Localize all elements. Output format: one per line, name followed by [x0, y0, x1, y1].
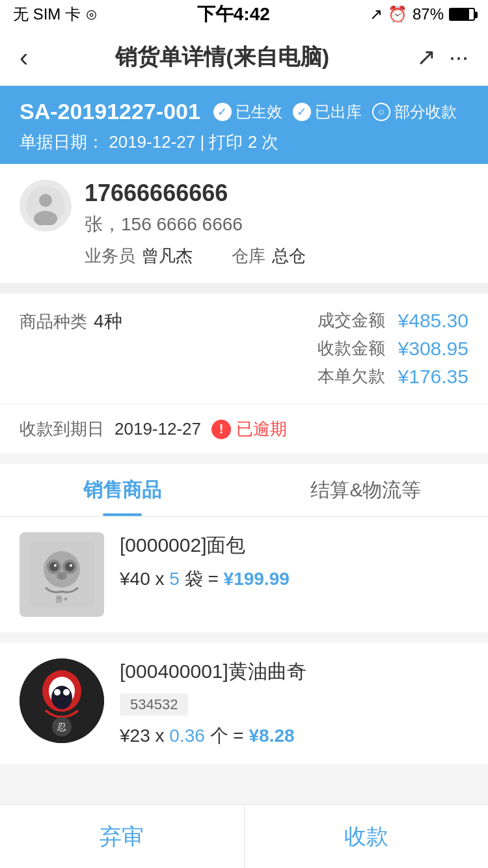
customer-info: 17666666666 张，156 6666 6666 业务员 曾凡杰 仓库 总… — [85, 180, 468, 267]
owl-icon: 兽+ — [29, 542, 94, 607]
confirm-payment-button[interactable]: 收款 — [245, 805, 489, 868]
status-badges: ✓ 已生效 ✓ 已出库 ○ 部分收款 — [213, 102, 457, 122]
price-base-1: ¥40 — [120, 569, 150, 589]
qty-1: 5 — [169, 569, 180, 589]
debt-value: ¥176.35 — [398, 366, 468, 388]
cancel-button[interactable]: 弃审 — [0, 805, 245, 868]
customer-name: 17666666666 — [85, 180, 468, 207]
status-time: 下午4:42 — [197, 2, 270, 27]
print-info: | 打印 2 次 — [200, 132, 278, 152]
deal-amount-value: ¥485.30 — [398, 310, 468, 332]
price-base-2: ¥23 — [120, 726, 150, 746]
price-equals-2: = — [233, 726, 249, 746]
svg-text:忍: 忍 — [57, 722, 66, 732]
share-icon[interactable]: ↗︎ — [416, 44, 436, 71]
badge-shipped: ✓ 已出库 — [293, 102, 362, 122]
salesperson-label: 业务员 — [85, 245, 135, 267]
bottom-bar: 弃审 收款 — [0, 804, 488, 868]
nav-bar: ‹ 销货单详情(来自电脑) ↗︎ ··· — [0, 29, 488, 86]
svg-point-8 — [65, 562, 74, 571]
warehouse-label: 仓库 — [232, 245, 265, 267]
customer-phone: 张，156 6666 6666 — [85, 212, 468, 237]
received-amount-row: 收款金额 ¥308.95 — [318, 337, 468, 360]
deal-amount-row: 成交金额 ¥485.30 — [318, 309, 468, 332]
product-info-2: [000400001]黄油曲奇 534532 ¥23 x 0.36 个 = ¥8… — [120, 658, 468, 748]
price-multiply-2: x — [156, 726, 170, 746]
back-button[interactable]: ‹ — [20, 44, 28, 70]
svg-point-9 — [54, 564, 57, 567]
svg-point-11 — [57, 572, 67, 580]
received-amount-label: 收款金额 — [318, 337, 385, 360]
sim-text: 无 SIM 卡 ⊙ — [13, 4, 98, 25]
total-1: ¥199.99 — [224, 569, 290, 589]
order-id: SA-20191227-001 — [20, 99, 200, 124]
page-title: 销货单详情(来自电脑) — [115, 42, 329, 72]
battery-text: 87% — [413, 5, 444, 23]
product-kind: 商品种类 4种 — [20, 309, 122, 334]
svg-point-10 — [70, 564, 72, 567]
customer-section: 17666666666 张，156 6666 6666 业务员 曾凡杰 仓库 总… — [0, 164, 488, 283]
check-icon-1: ✓ — [213, 103, 232, 121]
product-name-2: [000400001]黄油曲奇 — [120, 658, 468, 685]
divider-1 — [0, 283, 488, 293]
tab-sales-products[interactable]: 销售商品 — [0, 464, 244, 516]
overdue-icon: ! — [211, 420, 231, 439]
tabs-section: 销售商品 结算&物流等 — [0, 464, 488, 517]
list-item[interactable]: 忍 [000400001]黄油曲奇 534532 ¥23 x 0.36 个 = … — [0, 643, 488, 764]
due-section: 收款到期日 2019-12-27 ! 已逾期 — [0, 405, 488, 454]
customer-meta: 业务员 曾凡杰 仓库 总仓 — [85, 245, 468, 267]
badge-partial: ○ 部分收款 — [372, 102, 457, 122]
product-list: 兽+ [0000002]面包 ¥40 x 5 袋 = ¥199.99 — [0, 517, 488, 830]
status-left: 无 SIM 卡 ⊙ — [13, 4, 98, 25]
badge-effective: ✓ 已生效 — [213, 102, 282, 122]
date-label: 单据日期： — [20, 132, 104, 152]
tabs: 销售商品 结算&物流等 — [0, 464, 488, 516]
stats-section: 商品种类 4种 成交金额 ¥485.30 收款金额 ¥308.95 本单欠款 ¥… — [0, 293, 488, 403]
product-name-1: [0000002]面包 — [120, 532, 468, 559]
deal-amount-label: 成交金额 — [318, 309, 385, 332]
order-date: 2019-12-27 — [109, 132, 195, 152]
price-multiply-1: x — [156, 569, 170, 589]
status-bar: 无 SIM 卡 ⊙ 下午4:42 ↗ ⏰ 87% — [0, 0, 488, 29]
tab-settlement-label: 结算&物流等 — [310, 477, 421, 504]
location-icon: ↗ — [370, 5, 383, 23]
qty-2: 0.36 — [169, 726, 205, 746]
warehouse-value: 总仓 — [272, 245, 306, 267]
product-price-2: ¥23 x 0.36 个 = ¥8.28 — [120, 724, 468, 748]
stats-right: 成交金额 ¥485.30 收款金额 ¥308.95 本单欠款 ¥176.35 — [318, 309, 468, 388]
warehouse-item: 仓库 总仓 — [232, 245, 306, 267]
check-icon-2: ✓ — [293, 103, 311, 121]
product-tag-2: 534532 — [120, 694, 188, 716]
due-label: 收款到期日 — [20, 418, 104, 441]
overdue-label: 已逾期 — [236, 418, 287, 441]
avatar — [20, 180, 72, 232]
svg-point-1 — [39, 194, 52, 207]
clock-icon: ○ — [372, 103, 390, 121]
list-item[interactable]: 兽+ [0000002]面包 ¥40 x 5 袋 = ¥199.99 — [0, 517, 488, 632]
alarm-icon: ⏰ — [388, 5, 407, 23]
svg-point-18 — [63, 689, 70, 696]
salesperson-value: 曾凡杰 — [142, 245, 193, 267]
nav-actions: ↗︎ ··· — [416, 44, 468, 71]
overdue-badge: ! 已逾期 — [211, 418, 287, 441]
debt-row: 本单欠款 ¥176.35 — [318, 365, 468, 388]
more-icon[interactable]: ··· — [449, 44, 468, 71]
total-2: ¥8.28 — [249, 726, 294, 746]
unit-2: 个 — [210, 726, 228, 746]
badge-label-partial: 部分收款 — [394, 102, 457, 122]
svg-point-17 — [54, 689, 61, 696]
stats-left: 商品种类 4种 — [20, 309, 122, 334]
avatar-svg — [26, 186, 65, 225]
kind-value: 4种 — [94, 309, 122, 334]
product-thumbnail-2: 忍 — [20, 658, 104, 743]
order-header-banner: SA-20191227-001 ✓ 已生效 ✓ 已出库 ○ 部分收款 单据日期：… — [0, 86, 488, 164]
price-equals-1: = — [208, 569, 223, 589]
svg-point-7 — [49, 562, 59, 571]
unit-1: 袋 — [185, 569, 203, 589]
status-right: ↗ ⏰ 87% — [370, 5, 475, 23]
salesperson-item: 业务员 曾凡杰 — [85, 245, 193, 267]
debt-label: 本单欠款 — [318, 365, 385, 388]
battery-icon — [449, 8, 475, 21]
tab-sales-label: 销售商品 — [83, 477, 161, 504]
tab-settlement[interactable]: 结算&物流等 — [244, 464, 488, 516]
